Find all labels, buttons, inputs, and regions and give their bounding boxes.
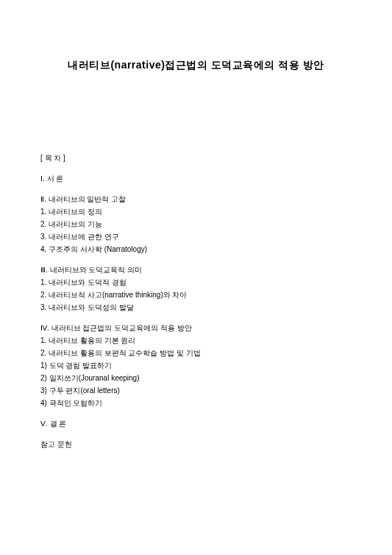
toc-item: 3. 내러티브에 관한 연구 (40, 231, 352, 242)
toc-item: 1) 도덕 경험 발표하기 (40, 360, 352, 371)
toc-item: 4) 극적인 모험하기 (40, 397, 352, 409)
toc-item: 2. 내러티브 활용의 보편적 교수학습 방법 및 기법 (40, 347, 352, 358)
toc-item: 1. 내러티브의 정의 (40, 206, 352, 217)
toc-item: 1. 내러티브와 도덕적 경험 (40, 277, 352, 288)
toc-item: 2. 내러티브의 기능 (40, 219, 352, 230)
toc-item: 3) 구두 편지(oral letters) (40, 385, 352, 396)
toc-item: 2. 내러티브적 사고(narrative thinking)와 자아 (40, 289, 352, 300)
toc-header: [ 목 차 ] (40, 153, 352, 163)
toc-item: 2) 일지쓰기(Jouranal keeping) (40, 372, 352, 383)
section-1-head: Ⅰ. 서 론 (40, 174, 352, 184)
document-title: 내러티브(narrative)접근법의 도덕교육에의 적용 방안 (40, 59, 352, 72)
references-label: 참고 문헌 (40, 439, 352, 450)
toc-item: 3. 내러티브와 도덕성의 발달 (40, 302, 352, 313)
toc-item: 4. 구조주의 서사학 (Narratology) (40, 244, 352, 255)
section-4-head: Ⅳ. 내러티브 접근법의 도덕교육에의 적용 방안 (40, 323, 352, 333)
section-5-head: Ⅴ. 결 론 (40, 419, 352, 429)
section-3-head: Ⅲ. 내러티브와 도덕교육적 의미 (40, 265, 352, 275)
toc-item: 1. 내러티브 활용의 기본 원리 (40, 335, 352, 346)
section-2-head: Ⅱ. 내러티브의 일반적 고찰 (40, 194, 352, 205)
